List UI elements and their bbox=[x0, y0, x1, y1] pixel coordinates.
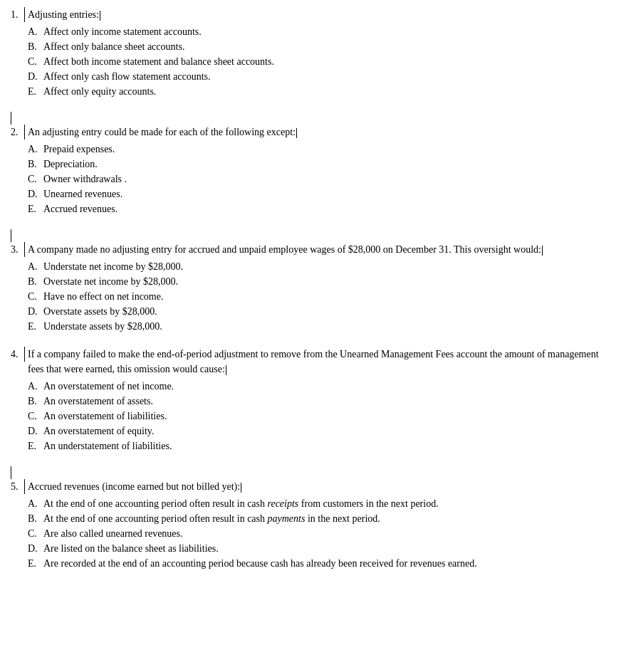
question-1: 1. Adjusting entries: A. Affect only inc… bbox=[11, 7, 615, 99]
question-2-text: An adjusting entry could be made for eac… bbox=[28, 125, 615, 140]
question-5-text: Accrued revenues (income earned but not … bbox=[28, 479, 615, 494]
q4-option-c: C. An overstatement of liabilities. bbox=[28, 409, 615, 424]
q4-option-a: A. An overstatement of net income. bbox=[28, 379, 615, 394]
q4-option-e: E. An understatement of liabilities. bbox=[28, 439, 615, 453]
q5-option-e: E. Are recorded at the end of an account… bbox=[28, 556, 615, 571]
q3-option-c: C. Have no effect on net income. bbox=[28, 289, 615, 304]
question-4-number: 4. bbox=[11, 347, 25, 362]
question-1-text: Adjusting entries: bbox=[28, 7, 615, 22]
question-3-body: A company made no adjusting entry for ac… bbox=[28, 242, 615, 334]
question-3-number: 3. bbox=[11, 242, 25, 257]
q1-option-d: D. Affect only cash flow statement accou… bbox=[28, 69, 615, 84]
question-1-body: Adjusting entries: A. Affect only income… bbox=[28, 7, 615, 99]
question-2-number: 2. bbox=[11, 125, 25, 140]
q3-option-e: E. Understate assets by $28,000. bbox=[28, 319, 615, 334]
separator-4 bbox=[11, 466, 615, 479]
q5-option-c: C. Are also called unearned revenues. bbox=[28, 526, 615, 541]
question-4: 4. If a company failed to make the end-o… bbox=[11, 347, 615, 453]
q3-option-d: D. Overstate assets by $28,000. bbox=[28, 304, 615, 319]
q2-option-c: C. Owner withdrawals . bbox=[28, 172, 615, 187]
question-4-text: If a company failed to make the end-of-p… bbox=[28, 347, 615, 377]
question-2-body: An adjusting entry could be made for eac… bbox=[28, 125, 615, 216]
q3-option-a: A. Understate net income by $28,000. bbox=[28, 259, 615, 274]
question-3: 3. A company made no adjusting entry for… bbox=[11, 242, 615, 334]
question-5-body: Accrued revenues (income earned but not … bbox=[28, 479, 615, 571]
q3-option-b: B. Overstate net income by $28,000. bbox=[28, 274, 615, 289]
q1-option-a: A. Affect only income statement accounts… bbox=[28, 24, 615, 39]
question-4-body: If a company failed to make the end-of-p… bbox=[28, 347, 615, 453]
q2-option-b: B. Depreciation. bbox=[28, 157, 615, 172]
q5-option-d: D. Are listed on the balance sheet as li… bbox=[28, 541, 615, 556]
q2-option-d: D. Unearned revenues. bbox=[28, 187, 615, 201]
question-5-number: 5. bbox=[11, 479, 25, 494]
q1-option-c: C. Affect both income statement and bala… bbox=[28, 54, 615, 69]
question-5: 5. Accrued revenues (income earned but n… bbox=[11, 479, 615, 571]
separator-2 bbox=[11, 229, 615, 242]
q1-option-e: E. Affect only equity accounts. bbox=[28, 84, 615, 99]
question-1-number: 1. bbox=[11, 7, 25, 22]
q4-option-b: B. An overstatement of assets. bbox=[28, 394, 615, 409]
question-3-text: A company made no adjusting entry for ac… bbox=[28, 242, 615, 257]
separator-1 bbox=[11, 112, 615, 125]
q4-option-d: D. An overstatement of equity. bbox=[28, 424, 615, 439]
q2-option-a: A. Prepaid expenses. bbox=[28, 142, 615, 157]
q1-option-b: B. Affect only balance sheet accounts. bbox=[28, 39, 615, 54]
q5-option-b: B. At the end of one accounting period o… bbox=[28, 511, 615, 526]
question-2: 2. An adjusting entry could be made for … bbox=[11, 125, 615, 216]
q5-option-a: A. At the end of one accounting period o… bbox=[28, 496, 615, 511]
q2-option-e: E. Accrued revenues. bbox=[28, 201, 615, 216]
questions-container: 1. Adjusting entries: A. Affect only inc… bbox=[11, 7, 615, 571]
